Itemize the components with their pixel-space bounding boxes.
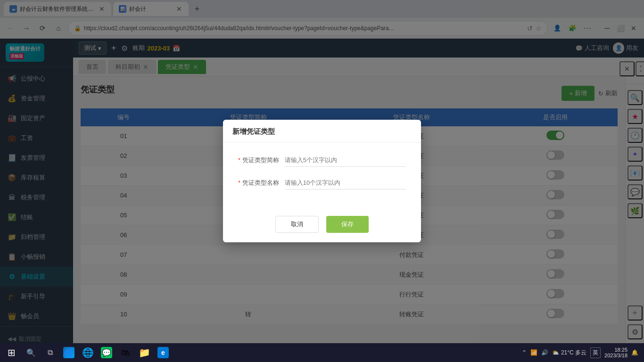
taskbar-chrome[interactable]: 🌐	[79, 344, 96, 361]
explorer-icon: 📁	[139, 347, 150, 358]
dialog-header: 新增凭证类型	[223, 120, 421, 142]
taskbar-time-display: 18:25	[614, 347, 627, 353]
taskbar: ⊞ 🔍 ⧉ 🌀 🌐 💬 🛍 📁 e ⌃ 📶 🔊 ⛅ 21°C 多云 英 18:2…	[0, 343, 644, 362]
cancel-button[interactable]: 取消	[275, 216, 319, 233]
dialog-footer: 取消 保存	[223, 210, 421, 242]
weather-display: ⛅ 21°C 多云	[552, 349, 586, 357]
taskbar-up-arrow[interactable]: ⌃	[522, 349, 527, 356]
new-voucher-dialog: 新增凭证类型 凭证类型简称 凭证类型名称 取消 保存	[223, 120, 421, 242]
start-button[interactable]: ⊞	[2, 344, 21, 361]
taskbar-search[interactable]: 🔍	[23, 344, 40, 361]
chrome-icon: 🌐	[82, 347, 93, 358]
taskbar-edge[interactable]: 🌀	[60, 344, 77, 361]
taskbar-edge2[interactable]: e	[155, 344, 172, 361]
taskbar-explorer[interactable]: 📁	[136, 344, 153, 361]
notification-icon[interactable]: 🔔	[631, 349, 638, 356]
name-input[interactable]	[285, 176, 406, 189]
taskbar-date-display: 2023/3/18	[604, 353, 627, 358]
taskbar-taskview[interactable]: ⧉	[41, 344, 58, 361]
store-icon: 🛍	[120, 347, 131, 358]
weather-icon: ⛅	[552, 349, 559, 356]
dialog-overlay: 新增凭证类型 凭证类型简称 凭证类型名称 取消 保存	[0, 0, 644, 362]
dialog-title: 新增凭证类型	[232, 127, 275, 136]
dialog-body: 凭证类型简称 凭证类型名称	[223, 142, 421, 210]
taskbar-datetime: 18:25 2023/3/18	[604, 347, 627, 358]
taskview-icon: ⧉	[48, 348, 53, 357]
wechat-icon: 💬	[101, 347, 112, 358]
taskbar-language: 英	[590, 347, 601, 358]
save-button[interactable]: 保存	[326, 216, 369, 233]
edge-icon: 🌀	[63, 347, 74, 358]
taskbar-wifi: 📶	[530, 349, 537, 356]
abbr-input[interactable]	[285, 154, 406, 167]
edge2-icon: e	[157, 347, 169, 358]
taskbar-wechat[interactable]: 💬	[98, 344, 115, 361]
abbr-label: 凭证类型简称	[238, 156, 279, 165]
name-row: 凭证类型名称	[238, 176, 406, 189]
abbr-row: 凭证类型简称	[238, 154, 406, 167]
taskbar-volume: 🔊	[541, 349, 548, 356]
weather-text: 21°C 多云	[561, 349, 586, 357]
name-label: 凭证类型名称	[238, 179, 279, 187]
taskbar-store[interactable]: 🛍	[117, 344, 134, 361]
taskbar-right: ⌃ 📶 🔊 ⛅ 21°C 多云 英 18:25 2023/3/18 🔔	[522, 347, 642, 358]
